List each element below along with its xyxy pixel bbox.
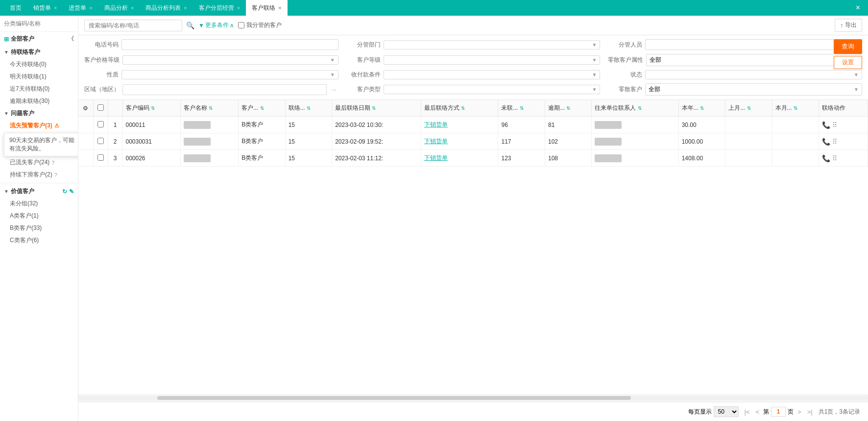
sort-person-icon: ⇅	[638, 105, 642, 111]
th-this-month[interactable]: 本月... ⇅	[772, 100, 819, 117]
first-page-btn[interactable]: |<	[743, 407, 752, 417]
close-sales-tab[interactable]: ×	[54, 5, 57, 11]
th-code[interactable]: 客户编码 ⇅	[122, 100, 180, 117]
tab-home[interactable]: 首页	[4, 0, 27, 16]
row-type: B类客户	[239, 117, 285, 133]
th-type[interactable]: 客户... ⇅	[239, 100, 285, 117]
close-customer-tier-tab[interactable]: ×	[237, 5, 240, 11]
sidebar-all-customers[interactable]: ⊞ 全部客户 《	[0, 32, 78, 46]
export-button[interactable]: ↑ 导出	[835, 19, 862, 32]
row-last-method[interactable]: 下销货单	[421, 117, 498, 133]
edit-icon[interactable]: ✎	[69, 188, 74, 195]
question-icon[interactable]: ?	[51, 160, 54, 166]
search-button[interactable]: 🔍	[186, 22, 194, 29]
last-page-btn[interactable]: >|	[805, 407, 815, 417]
close-product-analysis-tab[interactable]: ×	[131, 5, 134, 11]
price-level-dropdown[interactable]: ▼	[122, 55, 338, 65]
row-check[interactable]	[93, 117, 108, 133]
sidebar-group-value[interactable]: ▼ 价值客户 ↻ ✎	[0, 185, 78, 198]
phone-input[interactable]	[121, 39, 338, 50]
sidebar-group-problem[interactable]: ▼ 问题客户	[0, 107, 78, 120]
th-settings[interactable]: ⚙	[78, 100, 93, 117]
row-check[interactable]	[93, 150, 108, 167]
sidebar-item-overdue[interactable]: 逾期未联络(30)	[0, 95, 78, 107]
phone-action-icon[interactable]: 📞	[822, 154, 830, 162]
close-product-analysis-list-tab[interactable]: ×	[184, 5, 187, 11]
customer-type-dropdown[interactable]: ▼	[384, 85, 601, 94]
region-input[interactable]	[122, 84, 327, 95]
th-check[interactable]	[93, 100, 108, 117]
th-contact-person[interactable]: 往来单位联系人 ⇅	[592, 100, 678, 117]
row-checkbox[interactable]	[97, 154, 104, 161]
sidebar-group-pending[interactable]: ▼ 待联络客户	[0, 46, 78, 58]
refresh-icon[interactable]: ↻	[62, 188, 67, 195]
th-last-date[interactable]: 最后联络日期 ⇅	[332, 100, 421, 117]
sidebar-item-7days[interactable]: 近7天待联络(0)	[0, 83, 78, 95]
tab-purchase[interactable]: 进货单 ×	[63, 0, 98, 16]
customer-level-dropdown[interactable]: ▼	[384, 55, 601, 65]
settings-button[interactable]: 设置	[834, 56, 862, 69]
row-last-method[interactable]: 下销货单	[421, 150, 498, 167]
row-checkbox[interactable]	[97, 138, 104, 144]
close-customer-connect-tab[interactable]: ×	[278, 5, 281, 11]
th-this-year[interactable]: 本年... ⇅	[678, 100, 725, 117]
manager-input[interactable]	[645, 39, 850, 50]
nature-dropdown[interactable]: ▼	[121, 70, 338, 79]
per-page-select[interactable]: 50 100 200	[714, 406, 739, 417]
table-row: 1 000011 ██████ B类客户 15 2023-03-02 10:30…	[78, 117, 868, 133]
zero-attr-dropdown[interactable]: 全部 ▼	[646, 54, 862, 66]
next-page-btn[interactable]: >	[796, 407, 803, 417]
my-customers-filter[interactable]: 我分管的客户	[238, 21, 282, 29]
sidebar-item-declining[interactable]: 持续下滑客户(2) ?	[0, 169, 78, 181]
row-check[interactable]	[93, 133, 108, 150]
tab-product-analysis[interactable]: 商品分析 ×	[98, 0, 140, 16]
prev-page-btn[interactable]: <	[753, 407, 761, 417]
th-name[interactable]: 客户名称 ⇅	[180, 100, 238, 117]
zero-cust-dropdown[interactable]: 全部 ▼	[645, 83, 862, 96]
close-purchase-tab[interactable]: ×	[89, 5, 92, 11]
phone-action-icon[interactable]: 📞	[822, 138, 830, 146]
sidebar-search-input[interactable]	[4, 20, 77, 27]
tab-customer-tier[interactable]: 客户分层经营 ×	[193, 0, 246, 16]
status-dropdown[interactable]: ▼	[645, 70, 862, 79]
sidebar-item-class-c[interactable]: C类客户(6)	[0, 234, 78, 247]
manager-label: 分管人员	[608, 41, 642, 49]
query-button[interactable]: 查询	[834, 39, 862, 54]
page-number-input[interactable]	[771, 407, 786, 417]
row-last-method[interactable]: 下销货单	[421, 133, 498, 150]
sidebar-item-class-a[interactable]: A类客户(1)	[0, 210, 78, 222]
sidebar-item-churn-warning[interactable]: 流失预警客户(3) ⚠	[0, 120, 78, 132]
search-input[interactable]	[84, 20, 182, 31]
payment-dropdown[interactable]: ▼	[384, 70, 601, 79]
horizontal-scrollbar-thumb[interactable]	[157, 396, 631, 400]
select-all-checkbox[interactable]	[97, 104, 104, 111]
more-conditions-button[interactable]: ▼ 更多条件 ∧	[198, 21, 234, 29]
tab-customer-connect[interactable]: 客户联络 ×	[246, 0, 287, 16]
sidebar-item-churned[interactable]: 已流失客户(24) ?	[0, 156, 78, 169]
th-last-month[interactable]: 上月... ⇅	[725, 100, 772, 117]
more-action-icon[interactable]: ⠿	[832, 154, 837, 162]
row-checkbox[interactable]	[97, 121, 104, 127]
th-overdue[interactable]: 逾期... ⇅	[545, 100, 591, 117]
export-icon: ↑	[840, 22, 843, 29]
sidebar-item-ungrouped[interactable]: 未分组(32)	[0, 198, 78, 210]
more-action-icon[interactable]: ⠿	[832, 138, 837, 146]
sidebar-item-tomorrow[interactable]: 明天待联络(1)	[0, 71, 78, 83]
table-container: ⚙ 客户编码 ⇅ 客户名称 ⇅ 客户... ⇅	[78, 100, 868, 394]
sort-name-icon: ⇅	[209, 105, 213, 111]
sidebar-item-class-b[interactable]: B类客户(33)	[0, 222, 78, 234]
th-uncontacted[interactable]: 未联... ⇅	[498, 100, 545, 117]
phone-action-icon[interactable]: 📞	[822, 121, 830, 129]
question-icon-2[interactable]: ?	[54, 172, 57, 178]
close-all-btn[interactable]: ×	[852, 3, 864, 12]
th-last-method[interactable]: 最后联络方式 ⇅	[421, 100, 498, 117]
sidebar-item-today[interactable]: 今天待联络(0)	[0, 58, 78, 71]
my-customers-checkbox[interactable]	[238, 22, 244, 28]
tab-sales[interactable]: 销货单 ×	[27, 0, 63, 16]
region-more-icon[interactable]: ···	[330, 86, 338, 93]
horizontal-scrollbar-track[interactable]	[78, 396, 868, 400]
tab-product-analysis-list[interactable]: 商品分析列表 ×	[140, 0, 193, 16]
more-action-icon[interactable]: ⠿	[832, 121, 837, 129]
th-contact[interactable]: 联络... ⇅	[285, 100, 332, 117]
department-dropdown[interactable]: ▼	[384, 40, 601, 50]
